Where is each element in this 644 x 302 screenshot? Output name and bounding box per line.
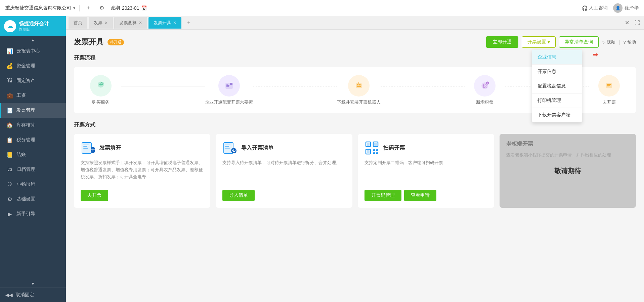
import-header: 导入开票清单	[222, 141, 345, 155]
tab-home[interactable]: 首页	[69, 17, 87, 29]
settings-button[interactable]: 开票设置 ▾	[522, 36, 556, 48]
help-button[interactable]: ? 帮助	[624, 39, 636, 45]
tab-close-all-button[interactable]: ✕	[624, 18, 631, 27]
svg-rect-7	[356, 83, 362, 88]
page-header: 发票开具 待开通 立即开通 开票设置 ▾ 异常清单查询 ▷ 视频 | ?	[74, 36, 636, 48]
sidebar-item-invoice[interactable]: 🧾 发票管理	[0, 103, 66, 118]
tab-add-button[interactable]: ＋	[183, 17, 195, 28]
settings-icon[interactable]: ⚙	[97, 3, 106, 13]
sidebar-label-report: 小畅报销	[16, 181, 35, 187]
logo-text: 畅捷通好会计	[19, 21, 49, 27]
period-label: 账期	[111, 5, 120, 11]
user-info[interactable]: 👤 徐泽华	[613, 3, 639, 13]
sidebar-item-guide[interactable]: ▶ 新手引导	[0, 206, 66, 221]
account-period: 账期 2023-01 📅	[111, 5, 147, 11]
human-consult-button[interactable]: 🎧 人工咨询	[582, 5, 608, 11]
sidebar: ☁ 畅捷通好会计 旗舰版 ▲ 📊 云报表中心 💰 资金管理 🏗 固定资产 💼	[0, 16, 66, 302]
dropdown-item-printer[interactable]: 打印机管理	[532, 93, 582, 108]
sidebar-item-payroll[interactable]: 💼 工资	[0, 88, 66, 103]
sidebar-item-archive[interactable]: 🗂 归档管理	[0, 162, 66, 177]
view-apply-button[interactable]: 查看申请	[404, 190, 436, 201]
top-bar-divider-1	[79, 5, 80, 11]
logo-icon: ☁	[4, 20, 16, 32]
dropdown-item-tax-disk[interactable]: 配置税盘信息	[532, 79, 582, 93]
tax-disk-icon: 税 +	[474, 75, 496, 97]
dropdown-item-company-info[interactable]: 企业信息	[532, 50, 582, 65]
boss-overlay: 敬请期待	[500, 134, 636, 208]
connector-3	[381, 86, 465, 86]
svg-rect-35	[367, 143, 370, 146]
tab-invoice[interactable]: 发票 ✕	[89, 17, 113, 29]
logo-sub: 旗舰版	[19, 27, 49, 32]
tab-maximize-button[interactable]: ⛶	[633, 18, 641, 27]
sidebar-item-settlement[interactable]: 📒 结账	[0, 147, 66, 162]
connector-2	[253, 86, 337, 86]
method-card-scan: 扫码开票 支持定制开票二维码，客户端可扫码开票 开票码管理 查看申请	[358, 134, 494, 208]
scan-icon	[364, 141, 379, 155]
unpin-icon: ◀◀	[5, 292, 13, 298]
tab-invoice-close[interactable]: ✕	[104, 21, 108, 25]
svg-rect-40	[373, 149, 375, 151]
flow-step-config: 企业开通配置开票六要素	[205, 75, 253, 105]
tab-invoice-calc-close[interactable]: ✕	[139, 21, 142, 25]
svg-rect-39	[367, 150, 370, 153]
sidebar-label-fund: 资金管理	[16, 63, 35, 69]
scan-desc: 支持定制开票二维码，客户端可扫码开票	[364, 159, 487, 186]
svg-rect-10	[357, 86, 361, 87]
sidebar-item-report[interactable]: © 小畅报销	[0, 177, 66, 192]
dropdown-item-invoice-info[interactable]: 开票信息	[532, 65, 582, 79]
svg-rect-43	[376, 152, 378, 154]
sidebar-label-tax: 税务管理	[16, 137, 35, 143]
payroll-icon: 💼	[6, 92, 13, 99]
add-company-button[interactable]: ＋	[84, 3, 93, 13]
unpin-label: 取消固定	[15, 292, 34, 298]
sidebar-item-cloud-report[interactable]: 📊 云报表中心	[0, 44, 66, 59]
import-button[interactable]: 导入清单	[222, 190, 255, 201]
sidebar-item-tax[interactable]: 📋 税务管理	[0, 133, 66, 147]
help-label: 帮助	[627, 39, 636, 45]
config-icon	[218, 75, 240, 97]
sidebar-item-fund[interactable]: 💰 资金管理	[0, 59, 66, 73]
red-arrow-indicator: ➡	[593, 50, 598, 59]
dropdown-item-download-client[interactable]: 下载开票客户端	[532, 108, 582, 122]
invoice-methods-grid: 发票填开 支持按照发票样式手工填开发票；可开具增值税电子普通发票、增值税普通发票…	[74, 134, 636, 208]
company-dropdown-arrow: ▾	[73, 6, 75, 10]
svg-rect-24	[83, 148, 88, 149]
fill-invoice-button[interactable]: 去开票	[81, 190, 108, 201]
sidebar-item-settings[interactable]: ⚙ 基础设置	[0, 192, 66, 206]
tab-invoice-calc[interactable]: 发票测算 ✕	[114, 17, 147, 29]
archive-icon: 🗂	[6, 166, 13, 173]
fill-invoice-title: 发票填开	[99, 145, 121, 152]
exception-button[interactable]: 异常清单查询	[559, 36, 599, 48]
tab-invoice-issue[interactable]: 发票开具 ✕	[148, 17, 181, 29]
flow-step-tax-disk: 税 + 新增税盘	[465, 75, 505, 105]
activate-button[interactable]: 立即开通	[486, 36, 518, 48]
guide-icon: ▶	[6, 211, 13, 217]
qr-manage-button[interactable]: 开票码管理	[364, 190, 401, 201]
company-name: 重庆畅捷交通信息咨询有限公司	[5, 5, 71, 11]
main-layout: ☁ 畅捷通好会计 旗舰版 ▲ 📊 云报表中心 💰 资金管理 🏗 固定资产 💼	[0, 16, 644, 302]
company-selector[interactable]: 重庆畅捷交通信息咨询有限公司 ▾	[5, 5, 75, 11]
sidebar-label-guide: 新手引导	[16, 211, 35, 217]
top-bar: 重庆畅捷交通信息咨询有限公司 ▾ ＋ ⚙ 账期 2023-01 📅 🎧 人工咨询…	[0, 0, 644, 16]
svg-rect-8	[357, 84, 359, 86]
top-bar-right: 🎧 人工咨询 👤 徐泽华	[582, 3, 639, 13]
sidebar-item-inventory[interactable]: 🏠 库存核算	[0, 118, 66, 133]
cloud-report-icon: 📊	[6, 48, 13, 54]
sidebar-item-fixed-asset[interactable]: 🏗 固定资产	[0, 73, 66, 88]
svg-rect-17	[607, 84, 611, 85]
video-button[interactable]: ▷ 视频	[602, 39, 615, 45]
inventory-icon: 🏠	[6, 122, 13, 128]
tab-invoice-issue-close[interactable]: ✕	[173, 21, 176, 25]
user-name: 徐泽华	[625, 5, 639, 11]
header-actions: 立即开通 开票设置 ▾ 异常清单查询 ▷ 视频 | ? 帮助	[486, 36, 636, 48]
svg-rect-25	[83, 150, 87, 150]
go-invoice-label: 去开票	[603, 99, 616, 105]
calendar-icon[interactable]: 📅	[141, 5, 147, 11]
svg-rect-18	[607, 85, 610, 86]
sidebar-unpin-button[interactable]: ◀◀ 取消固定	[0, 288, 66, 302]
fill-invoice-header: 发票填开	[81, 141, 204, 155]
tab-invoice-label: 发票	[94, 20, 102, 26]
buy-service-icon	[90, 75, 112, 97]
settings-dropdown-menu: 企业信息 开票信息 配置税盘信息 打印机管理 下载开票客户端	[532, 50, 582, 122]
